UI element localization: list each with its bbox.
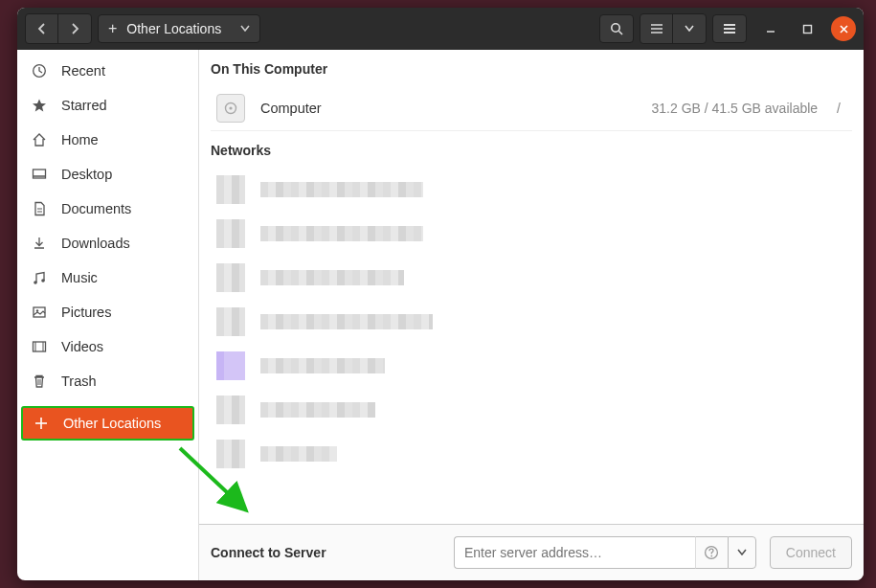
plus-icon: + — [108, 20, 117, 37]
sidebar-item-music[interactable]: Music — [17, 260, 198, 295]
connect-label: Connect to Server — [211, 545, 440, 560]
svg-point-0 — [611, 23, 618, 31]
view-dropdown-button[interactable] — [673, 14, 706, 43]
section-header-networks: Networks — [211, 131, 852, 168]
address-input-group — [454, 536, 756, 569]
titlebar: + Other Locations — [17, 8, 864, 50]
window-body: Recent Starred Home Desktop Documents Do… — [17, 50, 864, 580]
space-text: 31.2 GB / 41.5 GB available — [652, 101, 819, 116]
sidebar-item-label: Recent — [61, 63, 105, 79]
network-label-redacted — [260, 270, 404, 285]
network-icon — [216, 440, 245, 468]
svg-rect-9 — [803, 25, 811, 33]
sidebar-item-downloads[interactable]: Downloads — [17, 226, 198, 260]
network-icon — [216, 307, 245, 336]
back-button[interactable] — [26, 14, 58, 43]
mount-text: / — [837, 101, 841, 116]
forward-button[interactable] — [58, 14, 91, 43]
address-history-dropdown[interactable] — [728, 536, 756, 569]
sidebar: Recent Starred Home Desktop Documents Do… — [17, 50, 199, 580]
path-bar[interactable]: + Other Locations — [98, 14, 260, 43]
network-label-redacted — [260, 226, 423, 241]
network-row[interactable] — [211, 300, 852, 344]
home-icon — [31, 131, 48, 148]
sidebar-item-label: Desktop — [61, 167, 112, 182]
music-icon — [31, 269, 48, 286]
network-icon — [216, 263, 245, 292]
drive-icon — [216, 94, 245, 123]
network-row[interactable] — [211, 168, 852, 212]
sidebar-item-pictures[interactable]: Pictures — [17, 295, 198, 329]
sidebar-item-starred[interactable]: Starred — [17, 88, 198, 123]
sidebar-item-label: Videos — [61, 339, 103, 354]
nav-group — [25, 13, 92, 44]
trash-icon — [31, 373, 48, 390]
network-icon — [216, 396, 245, 424]
sidebar-item-label: Pictures — [61, 305, 111, 320]
server-address-input[interactable] — [454, 536, 695, 569]
svg-point-17 — [34, 281, 37, 284]
connect-button[interactable]: Connect — [770, 536, 852, 569]
sidebar-item-label: Home — [61, 132, 99, 147]
network-row[interactable] — [211, 256, 852, 300]
network-icon — [216, 219, 245, 248]
sidebar-item-recent[interactable]: Recent — [17, 54, 198, 88]
network-label-redacted — [260, 358, 385, 373]
network-row[interactable] — [211, 344, 852, 388]
sidebar-item-desktop[interactable]: Desktop — [17, 157, 198, 192]
svg-point-18 — [41, 279, 45, 283]
network-label-redacted — [260, 314, 433, 329]
network-label-redacted — [260, 402, 375, 418]
computer-row[interactable]: Computer 31.2 GB / 41.5 GB available / — [211, 86, 852, 131]
sidebar-item-trash[interactable]: Trash — [17, 364, 198, 398]
svg-line-1 — [618, 31, 622, 34]
computer-details: 31.2 GB / 41.5 GB available / — [652, 101, 841, 116]
sidebar-item-label: Music — [61, 270, 98, 285]
close-button[interactable] — [831, 16, 856, 41]
plus-icon — [33, 415, 50, 432]
sidebar-item-label: Trash — [61, 373, 97, 389]
list-view-button[interactable] — [640, 14, 673, 43]
network-row[interactable] — [211, 388, 852, 432]
connect-footer: Connect to Server Connect — [199, 524, 864, 580]
computer-label: Computer — [260, 101, 637, 116]
minimize-button[interactable] — [758, 16, 783, 41]
videos-icon — [31, 338, 48, 355]
network-icon — [216, 351, 245, 380]
hamburger-menu-button[interactable] — [712, 14, 747, 43]
main-panel: On This Computer Computer 31.2 GB / 41.5… — [199, 50, 864, 580]
clock-icon — [31, 62, 48, 79]
desktop-icon — [31, 166, 48, 183]
svg-rect-21 — [34, 342, 46, 351]
path-label: Other Locations — [126, 21, 221, 36]
section-header-computer: On This Computer — [211, 50, 852, 86]
sidebar-item-label: Documents — [61, 201, 131, 216]
maximize-button[interactable] — [795, 16, 820, 41]
svg-point-31 — [711, 555, 713, 557]
sidebar-item-documents[interactable]: Documents — [17, 192, 198, 226]
search-button[interactable] — [599, 14, 634, 43]
sidebar-item-videos[interactable]: Videos — [17, 329, 198, 364]
sidebar-item-other-locations[interactable]: Other Locations — [21, 406, 194, 441]
star-icon — [31, 97, 48, 114]
network-row[interactable] — [211, 212, 852, 256]
view-options-group — [640, 13, 707, 44]
help-button[interactable] — [695, 536, 728, 569]
pictures-icon — [31, 304, 48, 321]
sidebar-item-label: Starred — [61, 98, 107, 113]
sidebar-item-home[interactable]: Home — [17, 123, 198, 157]
downloads-icon — [31, 235, 48, 252]
sidebar-item-label: Other Locations — [63, 416, 161, 431]
network-label-redacted — [260, 182, 423, 197]
network-row[interactable] — [211, 432, 852, 476]
file-manager-window: + Other Locations — [17, 8, 864, 580]
svg-point-29 — [229, 106, 232, 109]
network-label-redacted — [260, 446, 337, 462]
network-icon — [216, 175, 245, 204]
sidebar-item-label: Downloads — [61, 236, 130, 251]
content-area: On This Computer Computer 31.2 GB / 41.5… — [199, 50, 864, 524]
documents-icon — [31, 200, 48, 217]
